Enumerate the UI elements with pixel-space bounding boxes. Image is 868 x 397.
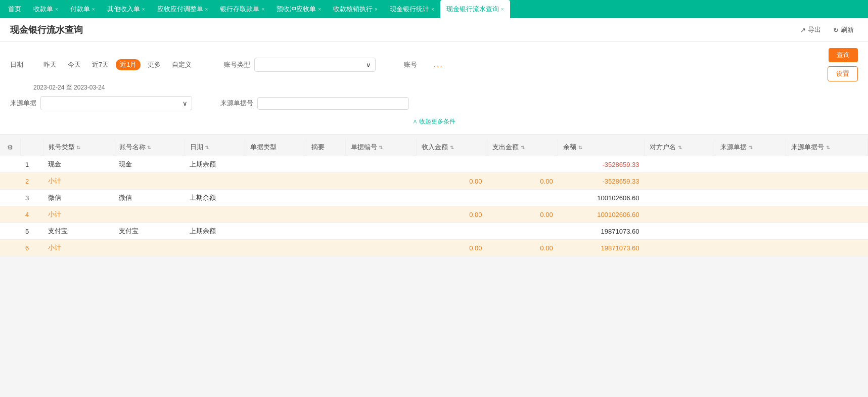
nav-cash-bank-stats[interactable]: 现金银行统计 × [384,0,440,18]
column-source-doc-no[interactable]: 来源单据号 ⇅ [786,139,868,156]
refresh-icon: ↻ [833,26,839,34]
date-more[interactable]: 更多 [144,59,165,70]
cell-index: 5 [20,223,43,240]
cell-expense: 0.00 [487,240,558,256]
nav-prepay-offset[interactable]: 预收冲应收单 × [270,0,327,18]
cell-source_doc [715,206,786,223]
cell-account_name [114,240,185,256]
cell-expense [487,190,558,206]
cell-expense [487,223,558,240]
account-label: 账号 [404,60,429,69]
source-doc-label: 来源单据 [10,99,36,108]
refresh-button[interactable]: ↻ 刷新 [829,23,858,36]
nav-other-income[interactable]: 其他收入单 × [101,0,151,18]
filter-row-1: 日期 昨天 今天 近7天 近1月 更多 自定义 账号类型 ∨ 账号 ... [10,48,858,81]
cell-doc_no [345,156,416,173]
cell-source_doc_no [786,206,868,223]
cell-account_name [114,206,185,223]
column-expense[interactable]: 支出金额 ⇅ [487,139,558,156]
cell-balance: 19871073.60 [558,240,645,256]
cell-counter_name [644,206,715,223]
cell-account_type: 小计 [43,240,114,256]
cell-doc_type [245,223,306,240]
column-account-name[interactable]: 账号名称 ⇅ [114,139,185,156]
header-actions: ↗ 导出 ↻ 刷新 [796,23,858,36]
cell-balance: 19871073.60 [558,223,645,240]
column-doc-no[interactable]: 单据编号 ⇅ [345,139,416,156]
date-today[interactable]: 今天 [64,59,85,70]
cell-source_doc [715,190,786,206]
cell-account_type: 小计 [43,206,114,223]
column-balance[interactable]: 余额 ⇅ [558,139,645,156]
nav-bank-deposit[interactable]: 银行存取款单 × [214,0,270,18]
column-account-type[interactable]: 账号类型 ⇅ [43,139,114,156]
cell-counter_name [644,223,715,240]
date-options: 昨天 今天 近7天 近1月 更多 自定义 [39,59,196,70]
cell-income: 0.00 [416,173,487,190]
nav-ar-ap-adjust-close[interactable]: × [205,7,208,12]
source-doc-no-input[interactable] [257,97,409,110]
column-gear[interactable]: ⚙ [0,139,20,156]
nav-bank-deposit-close[interactable]: × [261,7,264,12]
table-row: 5支付宝支付宝上期余额19871073.60 [0,223,868,240]
source-doc-no-filter-group: 来源单据号 [220,97,409,110]
nav-payment-close[interactable]: × [92,7,95,12]
cell-source_doc_no [786,240,868,256]
column-source-doc[interactable]: 来源单据 ⇅ [715,139,786,156]
column-income[interactable]: 收入金额 ⇅ [416,139,487,156]
cell-source_doc_no [786,156,868,173]
nav-prepay-offset-close[interactable]: × [318,7,321,12]
cell-gear [0,190,20,206]
nav-payment[interactable]: 付款单 × [64,0,101,18]
settings-button[interactable]: 设置 [828,66,858,81]
nav-receipt-exec[interactable]: 收款核销执行 × [327,0,384,18]
query-button[interactable]: 查询 [829,48,858,62]
nav-ar-ap-adjust[interactable]: 应收应付调整单 × [151,0,214,18]
cell-date: 上期余额 [185,190,245,206]
cell-expense: 0.00 [487,173,558,190]
cell-index: 3 [20,190,43,206]
cell-summary [306,190,345,206]
export-button[interactable]: ↗ 导出 [796,23,825,36]
account-filter-group: 账号 ... [404,60,443,69]
cell-index: 4 [20,206,43,223]
cell-balance: 100102606.60 [558,190,645,206]
cell-balance: -3528659.33 [558,156,645,173]
date-1month[interactable]: 近1月 [116,59,141,70]
date-custom[interactable]: 自定义 [168,59,196,70]
cell-account_name: 微信 [114,190,185,206]
date-range-display: 2023-02-24 至 2023-03-24 [33,84,105,91]
account-ellipsis[interactable]: ... [433,60,443,69]
cell-balance: 100102606.60 [558,206,645,223]
column-date[interactable]: 日期 ⇅ [185,139,245,156]
nav-receipt-close[interactable]: × [55,7,58,12]
page-header: 现金银行流水查询 ↗ 导出 ↻ 刷新 [0,18,868,42]
source-doc-no-label: 来源单据号 [220,99,253,108]
cell-source_doc_no [786,173,868,190]
column-counter-name[interactable]: 对方户名 ⇅ [644,139,715,156]
cell-summary [306,156,345,173]
nav-cash-bank-flow-close[interactable]: × [501,7,504,12]
nav-cash-bank-stats-close[interactable]: × [431,7,434,12]
account-type-select[interactable]: ∨ [254,58,376,72]
date-7days[interactable]: 近7天 [88,59,113,70]
cell-date [185,206,245,223]
nav-other-income-close[interactable]: × [142,7,145,12]
cell-income: 0.00 [416,240,487,256]
source-doc-select[interactable]: ∨ [40,96,192,110]
nav-receipt[interactable]: 收款单 × [27,0,64,18]
nav-receipt-exec-close[interactable]: × [375,7,378,12]
account-type-label: 账号类型 [224,60,250,69]
export-icon: ↗ [800,26,806,34]
collapse-bar[interactable]: ∧ 收起更多条件 [10,115,858,128]
date-yesterday[interactable]: 昨天 [39,59,61,70]
nav-cash-bank-flow[interactable]: 现金银行流水查询 × [440,0,510,18]
cell-doc_no [345,190,416,206]
source-doc-chevron: ∨ [182,100,188,107]
filter-row-2: 来源单据 ∨ 来源单据号 [10,96,858,110]
cell-index: 6 [20,240,43,256]
nav-home[interactable]: 首页 [2,0,27,18]
cell-gear [0,240,20,256]
cell-doc_type [245,190,306,206]
cell-gear [0,223,20,240]
